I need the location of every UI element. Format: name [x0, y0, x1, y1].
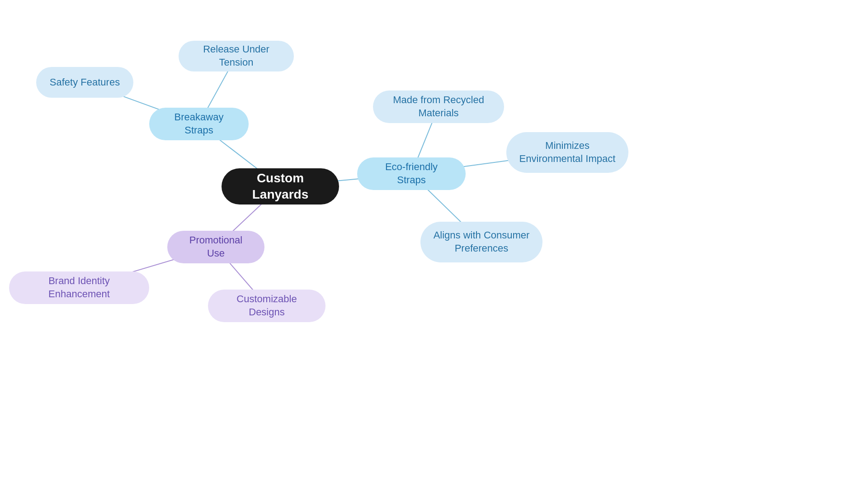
eco-node: Eco-friendly Straps — [357, 157, 466, 190]
promotional-node: Promotional Use — [167, 231, 264, 263]
recycled-node: Made from Recycled Materials — [373, 90, 504, 123]
center-node: Custom Lanyards — [222, 168, 339, 205]
customizable-node: Customizable Designs — [208, 290, 326, 322]
safety-node: Safety Features — [36, 67, 133, 98]
aligns-node: Aligns with Consumer Preferences — [420, 222, 542, 262]
brand-node: Brand Identity Enhancement — [9, 271, 149, 304]
breakaway-node: Breakaway Straps — [149, 108, 249, 140]
minimizes-node: Minimizes Environmental Impact — [506, 132, 628, 173]
release-node: Release Under Tension — [179, 41, 294, 71]
